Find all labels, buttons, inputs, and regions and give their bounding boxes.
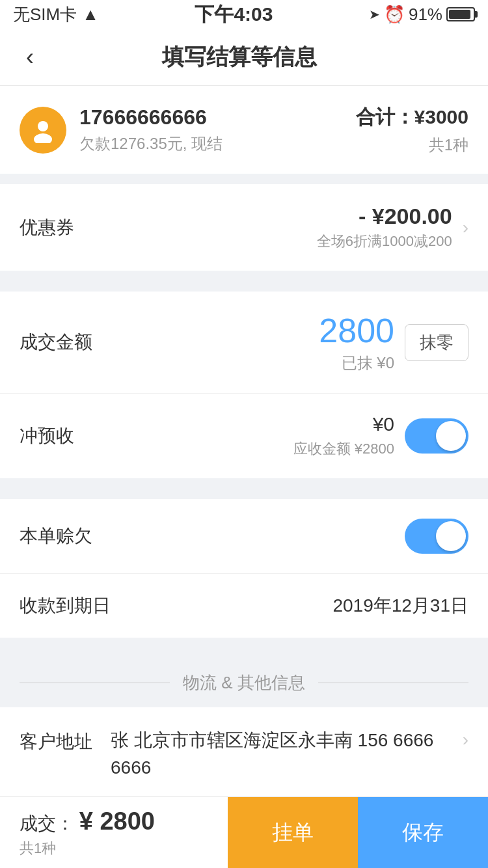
logistics-header: 物流 & 其他信息 [0, 658, 488, 707]
location-icon: ➤ [369, 7, 380, 22]
svg-point-0 [38, 121, 48, 131]
customer-card: 17666666666 欠款1276.35元, 现结 合计：¥3000 共1种 [0, 86, 488, 174]
prepay-toggle-knob [436, 421, 466, 451]
deal-amount-label: 成交金额 [20, 330, 124, 355]
coupon-row[interactable]: 优惠券 - ¥200.00 全场6折满1000减200 › [0, 184, 488, 271]
debt-content [124, 519, 468, 554]
debt-toggle-knob [436, 521, 466, 551]
coupon-section: 优惠券 - ¥200.00 全场6折满1000减200 › [0, 184, 488, 271]
battery-icon [446, 7, 475, 21]
bottom-count: 共1种 [20, 839, 208, 858]
status-left: 无SIM卡 ▲ [13, 3, 99, 26]
erase-button[interactable]: 抹零 [405, 324, 468, 361]
alarm-icon: ⏰ [384, 5, 405, 25]
bottom-summary-line: 成交： ¥ 2800 [20, 807, 208, 836]
debt-label: 本单赊欠 [20, 524, 124, 549]
address-label: 客户地址 [20, 727, 111, 754]
pending-button[interactable]: 挂单 [228, 797, 358, 869]
nav-bar: ‹ 填写结算等信息 [0, 29, 488, 86]
due-date-label: 收款到期日 [20, 593, 124, 618]
prepay-label: 冲预收 [20, 424, 124, 448]
prepay-content: ¥0 应收金额 ¥2800 [124, 413, 468, 459]
coupon-value-block: - ¥200.00 全场6折满1000减200 [317, 204, 452, 251]
bottom-bar: 成交： ¥ 2800 共1种 挂单 保存 [0, 796, 488, 868]
bottom-summary-title: 成交： [20, 813, 74, 834]
content-area: 17666666666 欠款1276.35元, 现结 合计：¥3000 共1种 … [0, 86, 488, 868]
divider-1 [0, 281, 488, 292]
coupon-value: - ¥200.00 [317, 204, 452, 229]
logistics-line-left [20, 683, 170, 683]
coupon-desc: 全场6折满1000减200 [317, 232, 452, 251]
svg-point-1 [34, 133, 52, 143]
customer-total: 合计：¥3000 共1种 [356, 104, 468, 156]
bottom-summary: 成交： ¥ 2800 共1种 [0, 807, 228, 858]
prepay-sub: 应收金额 ¥2800 [293, 439, 394, 459]
due-date-content: 2019年12月31日 [124, 593, 468, 618]
address-value: 张 北京市市辖区海淀区永丰南 156 6666 6666 [111, 727, 456, 781]
customer-phone: 17666666666 [79, 105, 356, 129]
prepay-values: ¥0 应收金额 ¥2800 [293, 413, 394, 459]
debt-section: 本单赊欠 收款到期日 2019年12月31日 [0, 499, 488, 638]
prepay-amount: ¥0 [293, 413, 394, 435]
deal-erased-value: 已抹 ¥0 [319, 353, 394, 373]
status-right: ➤ ⏰ 91% [369, 5, 475, 25]
due-date-row: 收款到期日 2019年12月31日 [0, 574, 488, 638]
bottom-amount: ¥ 2800 [79, 807, 155, 835]
coupon-content: - ¥200.00 全场6折满1000减200 › [124, 204, 468, 251]
debt-toggle[interactable] [405, 519, 468, 554]
total-amount: 合计：¥3000 [356, 104, 468, 131]
total-count: 共1种 [356, 135, 468, 156]
address-row[interactable]: 客户地址 张 北京市市辖区海淀区永丰南 156 6666 6666 › [0, 707, 488, 801]
prepay-toggle[interactable] [405, 418, 468, 454]
due-date-value: 2019年12月31日 [332, 593, 468, 618]
logistics-title: 物流 & 其他信息 [183, 671, 305, 694]
save-button[interactable]: 保存 [358, 797, 488, 869]
deal-section: 成交金额 2800 已抹 ¥0 抹零 冲预收 ¥0 应收金额 ¥2800 [0, 292, 488, 478]
status-time: 下午4:03 [195, 1, 273, 28]
wifi-icon: ▲ [82, 5, 99, 25]
back-button[interactable]: ‹ [20, 37, 40, 77]
logistics-line-right [318, 683, 468, 683]
coupon-arrow-icon: › [463, 217, 468, 238]
carrier-label: 无SIM卡 [13, 3, 77, 26]
status-bar: 无SIM卡 ▲ 下午4:03 ➤ ⏰ 91% [0, 0, 488, 29]
deal-amount-content: 2800 已抹 ¥0 抹零 [124, 311, 468, 373]
page-title: 填写结算等信息 [53, 42, 426, 72]
battery-percent: 91% [409, 5, 442, 25]
prepay-row: 冲预收 ¥0 应收金额 ¥2800 [0, 394, 488, 478]
deal-amount-block: 2800 已抹 ¥0 [319, 311, 394, 373]
deal-amount-row: 成交金额 2800 已抹 ¥0 抹零 [0, 292, 488, 394]
address-arrow-icon: › [463, 727, 468, 750]
debt-row: 本单赊欠 [0, 499, 488, 574]
customer-debt: 欠款1276.35元, 现结 [79, 133, 356, 154]
divider-3 [0, 648, 488, 658]
divider-2 [0, 489, 488, 499]
deal-amount-value: 2800 [319, 311, 394, 350]
coupon-label: 优惠券 [20, 215, 124, 240]
address-section: 客户地址 张 北京市市辖区海淀区永丰南 156 6666 6666 › [0, 707, 488, 801]
customer-info: 17666666666 欠款1276.35元, 现结 [79, 105, 356, 154]
avatar [20, 107, 66, 154]
